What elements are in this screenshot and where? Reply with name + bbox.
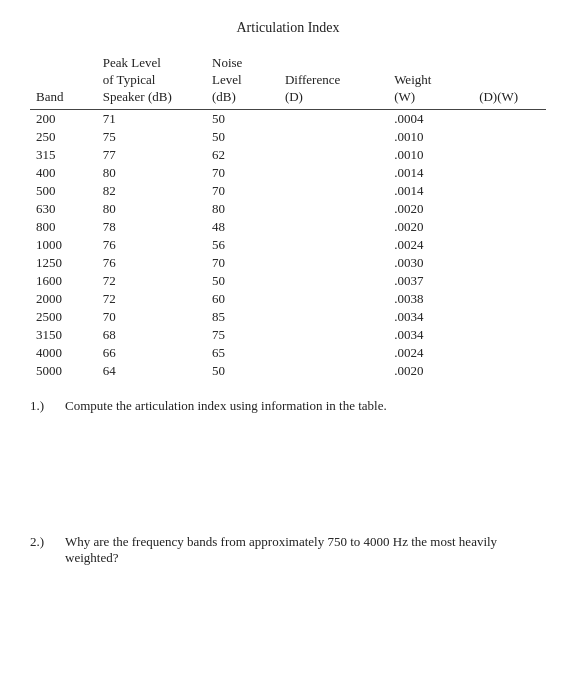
cell-weight: .0020 <box>388 200 473 218</box>
cell-noise: 60 <box>206 290 279 308</box>
cell-diff <box>279 236 388 254</box>
question-1-number: 1.) <box>30 398 65 414</box>
table-row: 5008270.0014 <box>30 182 546 200</box>
cell-dw <box>473 200 546 218</box>
question-2: 2.) Why are the frequency bands from app… <box>30 534 546 566</box>
cell-diff <box>279 254 388 272</box>
cell-band: 1600 <box>30 272 97 290</box>
cell-dw <box>473 128 546 146</box>
cell-band: 4000 <box>30 344 97 362</box>
header-noise: Noise Level (dB) <box>206 54 279 109</box>
cell-dw <box>473 218 546 236</box>
cell-band: 1250 <box>30 254 97 272</box>
cell-dw <box>473 146 546 164</box>
table-row: 40006665.0024 <box>30 344 546 362</box>
cell-peak: 77 <box>97 146 206 164</box>
cell-band: 400 <box>30 164 97 182</box>
cell-weight: .0004 <box>388 109 473 128</box>
cell-diff <box>279 218 388 236</box>
cell-peak: 80 <box>97 200 206 218</box>
cell-dw <box>473 182 546 200</box>
question-2-number: 2.) <box>30 534 65 566</box>
cell-peak: 71 <box>97 109 206 128</box>
cell-noise: 56 <box>206 236 279 254</box>
cell-band: 3150 <box>30 326 97 344</box>
cell-noise: 75 <box>206 326 279 344</box>
table-row: 10007656.0024 <box>30 236 546 254</box>
cell-noise: 85 <box>206 308 279 326</box>
cell-peak: 66 <box>97 344 206 362</box>
articulation-table: Band Peak Level of Typical Speaker (dB) … <box>30 54 546 380</box>
cell-dw <box>473 164 546 182</box>
header-band: Band <box>30 54 97 109</box>
cell-dw <box>473 326 546 344</box>
cell-band: 630 <box>30 200 97 218</box>
questions-section: 1.) Compute the articulation index using… <box>30 398 546 566</box>
table-container: Band Peak Level of Typical Speaker (dB) … <box>30 54 546 380</box>
cell-weight: .0037 <box>388 272 473 290</box>
cell-peak: 76 <box>97 254 206 272</box>
cell-weight: .0014 <box>388 182 473 200</box>
cell-diff <box>279 344 388 362</box>
table-row: 20007260.0038 <box>30 290 546 308</box>
page-title: Articulation Index <box>30 20 546 36</box>
table-row: 4008070.0014 <box>30 164 546 182</box>
cell-dw <box>473 272 546 290</box>
cell-diff <box>279 200 388 218</box>
cell-band: 5000 <box>30 362 97 380</box>
cell-diff <box>279 109 388 128</box>
table-row: 2507550.0010 <box>30 128 546 146</box>
cell-dw <box>473 344 546 362</box>
cell-diff <box>279 272 388 290</box>
cell-peak: 80 <box>97 164 206 182</box>
cell-band: 800 <box>30 218 97 236</box>
cell-band: 500 <box>30 182 97 200</box>
cell-peak: 75 <box>97 128 206 146</box>
table-row: 31506875.0034 <box>30 326 546 344</box>
header-peak: Peak Level of Typical Speaker (dB) <box>97 54 206 109</box>
question-1: 1.) Compute the articulation index using… <box>30 398 546 414</box>
table-row: 25007085.0034 <box>30 308 546 326</box>
cell-noise: 80 <box>206 200 279 218</box>
cell-weight: .0024 <box>388 344 473 362</box>
cell-diff <box>279 182 388 200</box>
table-body: 2007150.00042507550.00103157762.00104008… <box>30 109 546 380</box>
cell-dw <box>473 109 546 128</box>
table-row: 50006450.0020 <box>30 362 546 380</box>
cell-peak: 72 <box>97 272 206 290</box>
cell-dw <box>473 290 546 308</box>
table-row: 8007848.0020 <box>30 218 546 236</box>
cell-peak: 70 <box>97 308 206 326</box>
cell-noise: 50 <box>206 362 279 380</box>
cell-band: 2500 <box>30 308 97 326</box>
cell-weight: .0010 <box>388 128 473 146</box>
cell-band: 250 <box>30 128 97 146</box>
table-row: 16007250.0037 <box>30 272 546 290</box>
cell-weight: .0034 <box>388 308 473 326</box>
cell-weight: .0010 <box>388 146 473 164</box>
cell-weight: .0020 <box>388 218 473 236</box>
header-dw: (D)(W) <box>473 54 546 109</box>
cell-noise: 48 <box>206 218 279 236</box>
table-row: 12507670.0030 <box>30 254 546 272</box>
cell-dw <box>473 254 546 272</box>
cell-peak: 72 <box>97 290 206 308</box>
cell-peak: 64 <box>97 362 206 380</box>
cell-band: 1000 <box>30 236 97 254</box>
cell-diff <box>279 308 388 326</box>
cell-peak: 82 <box>97 182 206 200</box>
cell-peak: 78 <box>97 218 206 236</box>
table-row: 6308080.0020 <box>30 200 546 218</box>
table-header-row: Band Peak Level of Typical Speaker (dB) … <box>30 54 546 109</box>
cell-diff <box>279 362 388 380</box>
cell-noise: 62 <box>206 146 279 164</box>
cell-band: 2000 <box>30 290 97 308</box>
cell-weight: .0024 <box>388 236 473 254</box>
cell-weight: .0030 <box>388 254 473 272</box>
cell-peak: 68 <box>97 326 206 344</box>
question-2-text: Why are the frequency bands from approxi… <box>65 534 546 566</box>
header-weight: Weight (W) <box>388 54 473 109</box>
cell-diff <box>279 326 388 344</box>
cell-peak: 76 <box>97 236 206 254</box>
cell-noise: 70 <box>206 164 279 182</box>
